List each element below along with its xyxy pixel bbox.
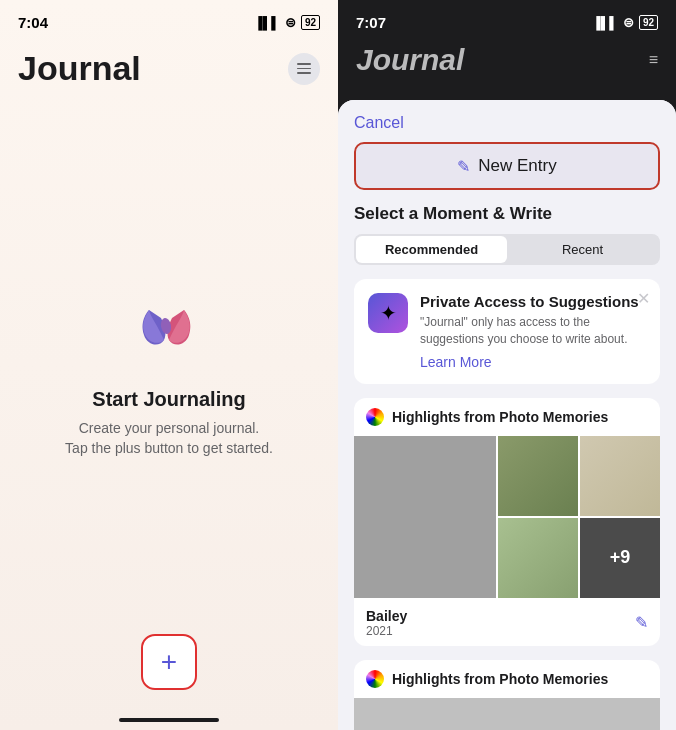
- page-title: Journal: [18, 49, 141, 88]
- cancel-button[interactable]: Cancel: [354, 114, 660, 132]
- learn-more-link[interactable]: Learn More: [420, 354, 646, 370]
- sheet-scroll[interactable]: ✦ Private Access to Suggestions "Journal…: [338, 279, 676, 730]
- highlights-card-2: Highlights from Photo Memories: [354, 660, 660, 730]
- plus-icon: +: [161, 648, 177, 676]
- highlights-title: Highlights from Photo Memories: [392, 409, 608, 425]
- plus-button-container: +: [141, 634, 197, 690]
- highlights-header: Highlights from Photo Memories: [354, 398, 660, 436]
- right-wifi-icon: ⊜: [623, 15, 634, 30]
- start-subtitle: Create your personal journal.Tap the plu…: [65, 419, 273, 458]
- right-status-bar: 7:07 ▐▌▌ ⊜ 92: [338, 0, 676, 35]
- wifi-icon: ⊜: [285, 15, 296, 30]
- hamburger-icon: [297, 63, 311, 74]
- rainbow-icon: [366, 408, 384, 426]
- menu-button[interactable]: [288, 53, 320, 85]
- right-status-icons: ▐▌▌ ⊜ 92: [592, 15, 658, 30]
- right-journal-header: Journal ≡: [338, 35, 676, 87]
- photo-dogs: [354, 436, 496, 598]
- highlights-name-year: Bailey 2021: [366, 608, 407, 638]
- edit-new-icon: ✎: [457, 157, 470, 176]
- right-time: 7:07: [356, 14, 386, 31]
- new-entry-button[interactable]: ✎ New Entry: [354, 142, 660, 190]
- rainbow-icon-2: [366, 670, 384, 688]
- right-battery-indicator: 92: [639, 15, 658, 30]
- highlights-title-2: Highlights from Photo Memories: [392, 671, 608, 687]
- tab-recent[interactable]: Recent: [507, 236, 658, 263]
- battery-indicator: 92: [301, 15, 320, 30]
- edit-highlights-button[interactable]: ✎: [635, 613, 648, 632]
- right-signal-icon: ▐▌▌: [592, 16, 618, 30]
- start-title: Start Journaling: [92, 388, 245, 411]
- signal-icon: ▐▌▌: [254, 16, 280, 30]
- journal-logo: [129, 290, 209, 370]
- highlights-year: 2021: [366, 624, 407, 638]
- highlights-header-2: Highlights from Photo Memories: [354, 660, 660, 698]
- bottom-sheet: Cancel ✎ New Entry Select a Moment & Wri…: [338, 100, 676, 730]
- photos-grid: +9: [354, 436, 660, 600]
- photo-overlay-cell: +9: [580, 518, 660, 598]
- highlights-name: Bailey: [366, 608, 407, 624]
- left-panel: 7:04 ▐▌▌ ⊜ 92 Journal Start Journaling: [0, 0, 338, 730]
- sheet-top: Cancel ✎ New Entry Select a Moment & Wri…: [338, 100, 676, 279]
- highlights-footer: Bailey 2021 ✎: [354, 600, 660, 646]
- private-access-card: ✦ Private Access to Suggestions "Journal…: [354, 279, 660, 384]
- highlights-card-1: Highlights from Photo Memories +9: [354, 398, 660, 646]
- private-card-body: "Journal" only has access to the suggest…: [420, 314, 646, 348]
- photo-green: [498, 518, 578, 598]
- close-card-button[interactable]: ✕: [637, 289, 650, 308]
- private-card-title: Private Access to Suggestions: [420, 293, 646, 310]
- photo-cats1: [498, 436, 578, 516]
- sparkle-icon: ✦: [368, 293, 408, 333]
- select-moment-label: Select a Moment & Write: [354, 204, 660, 224]
- add-entry-button[interactable]: +: [141, 634, 197, 690]
- photo-cats2: [580, 436, 660, 516]
- right-menu-icon: ≡: [649, 51, 658, 69]
- left-status-bar: 7:04 ▐▌▌ ⊜ 92: [0, 0, 338, 35]
- photos-count-overlay: +9: [580, 518, 660, 598]
- right-panel: 7:07 ▐▌▌ ⊜ 92 Journal ≡ Cancel ✎ New Ent…: [338, 0, 676, 730]
- private-text: Private Access to Suggestions "Journal" …: [420, 293, 646, 370]
- left-header: Journal: [0, 35, 338, 98]
- left-time: 7:04: [18, 14, 48, 31]
- tabs-row: Recommended Recent: [354, 234, 660, 265]
- new-entry-label: New Entry: [478, 156, 556, 176]
- home-indicator: [119, 718, 219, 722]
- right-journal-title: Journal: [356, 43, 464, 77]
- left-status-icons: ▐▌▌ ⊜ 92: [254, 15, 320, 30]
- tab-recommended[interactable]: Recommended: [356, 236, 507, 263]
